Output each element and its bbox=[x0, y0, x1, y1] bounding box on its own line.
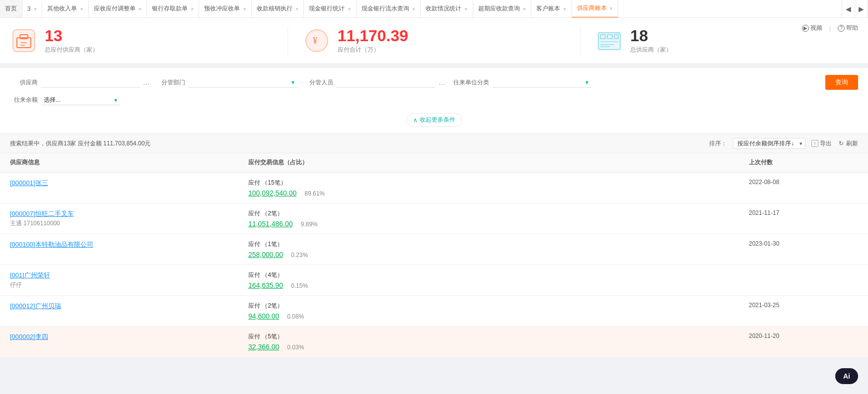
summary-text-total-suppliers: 18 总供应商（家） bbox=[630, 28, 672, 54]
supplier-info-cell: [001]广州荣轩 仔仔 bbox=[10, 271, 248, 289]
payable-count-benteler: （1笔） bbox=[262, 241, 283, 248]
nav-item-receipt-stat[interactable]: 收款情况统计 × bbox=[421, 0, 473, 18]
payable-total-amount: 11,170.39 bbox=[338, 28, 408, 44]
payable-count-rongxuan: （4笔） bbox=[262, 271, 283, 278]
payable-supplier-count: 13 bbox=[45, 28, 98, 44]
nav-item-ar-ap-adjust[interactable]: 应收应付调整单 × bbox=[89, 0, 147, 18]
payable-amount-rongxuan[interactable]: 164,635.90 bbox=[248, 281, 283, 289]
payable-total-label: 应付合计（万） bbox=[338, 46, 408, 54]
payable-amount-beimui[interactable]: 94,600.00 bbox=[248, 312, 279, 320]
svg-rect-7 bbox=[598, 33, 620, 50]
close-icon[interactable]: × bbox=[563, 6, 566, 12]
sort-select[interactable]: 按应付余额倒序排序↓ 按应付余额升序排序 按名称排序 bbox=[733, 138, 805, 149]
col-supplier-info: 供应商信息 bbox=[10, 158, 248, 167]
supplier-label: 供应商 bbox=[10, 78, 38, 87]
balance-select[interactable]: 选择... bbox=[41, 95, 120, 105]
summary-text-payable-suppliers: 13 总应付供应商（家） bbox=[45, 28, 98, 54]
close-icon[interactable]: × bbox=[412, 6, 415, 12]
nav-item-home[interactable]: 首页 bbox=[0, 0, 22, 18]
last-pay-lisi: 2020-11-20 bbox=[749, 332, 858, 339]
payable-total-icon: ¥ bbox=[303, 27, 331, 55]
supplier-link-lisi[interactable]: [000002]李四 bbox=[10, 332, 248, 341]
svg-text:¥: ¥ bbox=[313, 36, 317, 46]
dept-select[interactable] bbox=[188, 77, 297, 88]
payable-amount-benteler[interactable]: 258,000.00 bbox=[248, 251, 283, 259]
payable-label-rongxuan: 应付 bbox=[248, 271, 260, 278]
nav-label-overdue-ar: 超期应收款查询 bbox=[478, 4, 520, 13]
nav-item-bank-deposit[interactable]: 银行存取款单 × bbox=[147, 0, 199, 18]
payable-amount-lisi[interactable]: 32,366.00 bbox=[248, 343, 279, 351]
supplier-link-zhangsan[interactable]: [000001]张三 bbox=[10, 179, 248, 188]
query-button[interactable]: 查询 bbox=[825, 75, 858, 90]
nav-item-other-income[interactable]: 其他收入单 × bbox=[42, 0, 88, 18]
collapse-button[interactable]: ∧ 收起更多条件 bbox=[407, 113, 462, 127]
nav-item-pre-receipt[interactable]: 预收冲应收单 × bbox=[199, 0, 251, 18]
payable-label-lisi: 应付 bbox=[248, 333, 260, 340]
supplier-sub-rongxuan: 仔仔 bbox=[10, 281, 248, 289]
payable-pct-lisi: 0.03% bbox=[287, 344, 304, 351]
video-link[interactable]: ▶ 视频 bbox=[802, 24, 822, 32]
nav-item-receipt-exec[interactable]: 收款核销执行 × bbox=[252, 0, 304, 18]
payable-amount-zhangsan[interactable]: 100,092,540.00 bbox=[248, 189, 296, 197]
summary-divider-2 bbox=[580, 26, 580, 56]
table-row: [000001]张三 应付 （15笔） 100,092,540.00 89.61… bbox=[0, 173, 868, 203]
nav-item-overdue-ar[interactable]: 超期应收款查询 × bbox=[473, 0, 531, 18]
payable-pct-benteler: 0.23% bbox=[291, 252, 308, 259]
help-link[interactable]: ? 帮助 bbox=[838, 24, 858, 32]
nav-label-customer-book: 客户账本 bbox=[536, 4, 560, 13]
total-supplier-count: 18 bbox=[630, 28, 672, 44]
supplier-info-cell: [000001]张三 bbox=[10, 179, 248, 189]
close-icon[interactable]: × bbox=[464, 6, 467, 12]
close-icon[interactable]: × bbox=[139, 6, 142, 12]
nav-label-home: 首页 bbox=[5, 4, 17, 13]
results-actions: 排序： 按应付余额倒序排序↓ 按应付余额升序排序 按名称排序 ↑ 导出 ↻ 刷新 bbox=[709, 138, 858, 149]
close-icon[interactable]: × bbox=[34, 6, 37, 12]
payable-cell-beimui: 应付 （2笔） 94,600.00 0.08% bbox=[248, 302, 749, 320]
nav-label-tab3: 3 bbox=[27, 5, 31, 12]
nav-item-tab3[interactable]: 3 × bbox=[22, 0, 42, 18]
top-navigation: 首页 3 × 其他收入单 × 应收应付调整单 × 银行存取款单 × 预收冲应收单… bbox=[0, 0, 868, 18]
unit-select[interactable] bbox=[492, 77, 591, 88]
close-icon[interactable]: × bbox=[243, 6, 246, 12]
nav-label-receipt-stat: 收款情况统计 bbox=[426, 4, 461, 13]
table-header: 供应商信息 应付交易信息（占比） 上次付数 bbox=[0, 153, 868, 173]
export-button[interactable]: ↑ 导出 bbox=[811, 139, 832, 148]
nav-item-supplier-book[interactable]: 供应商账本 × bbox=[572, 0, 618, 18]
nav-item-customer-book[interactable]: 客户账本 × bbox=[531, 0, 572, 18]
payable-count-lisi: （5笔） bbox=[262, 333, 283, 340]
nav-next-button[interactable]: ▶ bbox=[855, 0, 868, 18]
supplier-link-rongxuan[interactable]: [001]广州荣轩 bbox=[10, 271, 248, 280]
table-row: [000100]本特勒油品有限公司 应付 （1笔） 258,000.00 0.2… bbox=[0, 234, 868, 265]
nav-label-other-income: 其他收入单 bbox=[47, 4, 77, 13]
supplier-dots[interactable]: ... bbox=[143, 78, 149, 87]
supplier-link-benteler[interactable]: [000100]本特勒油品有限公司 bbox=[10, 240, 248, 249]
close-icon[interactable]: × bbox=[610, 5, 613, 11]
close-icon[interactable]: × bbox=[295, 6, 298, 12]
nav-label-bank: 银行存取款单 bbox=[152, 4, 188, 13]
payable-amount-hengwang[interactable]: 11,051,486.00 bbox=[248, 220, 293, 228]
close-icon[interactable]: × bbox=[191, 6, 194, 12]
collapse-area: ∧ 收起更多条件 bbox=[10, 110, 858, 129]
refresh-button[interactable]: ↻ 刷新 bbox=[838, 139, 858, 148]
summary-card-payable-total: ¥ 11,170.39 应付合计（万） bbox=[303, 27, 566, 55]
supplier-link-hengwang[interactable]: [000007]恒旺二手叉车 bbox=[10, 209, 248, 218]
supplier-link-beimui[interactable]: [000012]广州贝瑞 bbox=[10, 302, 248, 311]
nav-prev-button[interactable]: ◀ bbox=[842, 0, 855, 18]
supplier-input[interactable] bbox=[41, 77, 140, 88]
filter-dept: 分管部门 bbox=[157, 77, 297, 88]
payable-count-hengwang: （2笔） bbox=[262, 210, 283, 217]
ai-button[interactable]: Ai bbox=[835, 368, 858, 384]
chevron-up-icon: ∧ bbox=[413, 117, 418, 124]
payable-pct-hengwang: 9.89% bbox=[301, 221, 318, 228]
person-input[interactable] bbox=[336, 77, 435, 88]
close-icon[interactable]: × bbox=[523, 6, 526, 12]
nav-item-cash-stat[interactable]: 现金银行统计 × bbox=[304, 0, 356, 18]
close-icon[interactable]: × bbox=[80, 6, 83, 12]
last-pay-benteler: 2023-01-30 bbox=[749, 240, 858, 247]
close-icon[interactable]: × bbox=[348, 6, 351, 12]
payable-label-benteler: 应付 bbox=[248, 241, 260, 248]
col-last-pay: 上次付数 bbox=[749, 158, 858, 167]
person-dots[interactable]: ... bbox=[438, 78, 445, 87]
payable-pct-rongxuan: 0.15% bbox=[291, 282, 308, 289]
nav-item-cash-flow[interactable]: 现金银行流水查询 × bbox=[357, 0, 421, 18]
